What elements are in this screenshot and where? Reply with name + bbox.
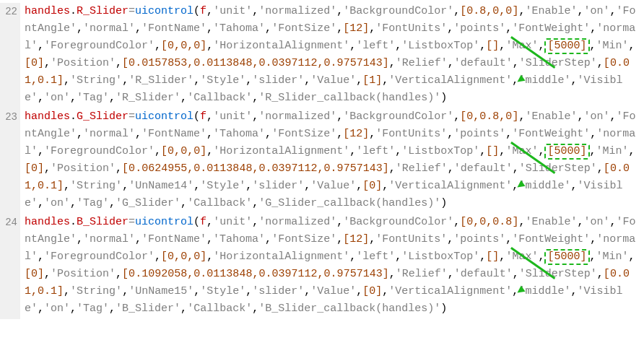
line-number: 23: [0, 108, 17, 126]
highlight-max-value: [5000]: [544, 249, 589, 265]
line-number: 24: [0, 214, 17, 231]
highlight-max-value: [5000]: [544, 38, 589, 54]
highlight-max-value: [5000]: [544, 144, 589, 160]
code-area[interactable]: handles.R_Slider=uicontrol(f,'unit','nor…: [20, 3, 638, 319]
line-number: 22: [0, 3, 17, 20]
code-editor: 222324 handles.R_Slider=uicontrol(f,'uni…: [0, 0, 644, 322]
line-number-gutter: 222324: [0, 3, 20, 319]
code-line[interactable]: handles.B_Slider=uicontrol(f,'unit','nor…: [25, 214, 638, 318]
code-line[interactable]: handles.R_Slider=uicontrol(f,'unit','nor…: [25, 3, 638, 107]
code-line[interactable]: handles.G_Slider=uicontrol(f,'unit','nor…: [25, 108, 638, 212]
